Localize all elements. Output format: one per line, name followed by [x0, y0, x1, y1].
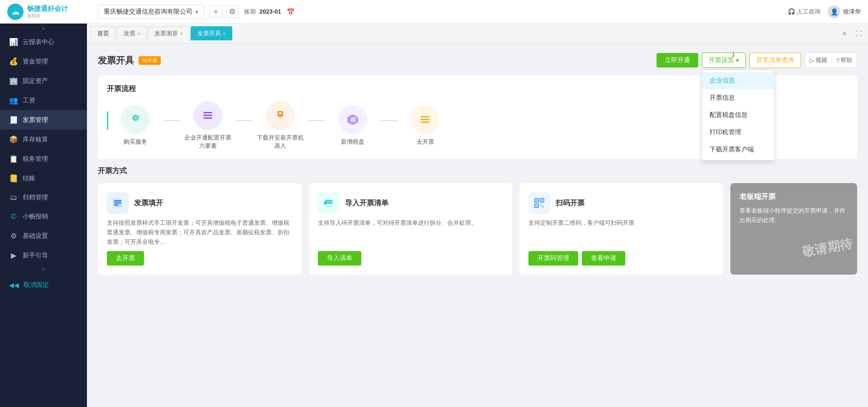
dropdown-item-dayin[interactable]: 打印机管理: [702, 124, 774, 141]
tab-fapiao-kaiju[interactable]: 发票开具 ×: [191, 26, 232, 40]
flow-item-buy-label: 购买服务: [124, 138, 147, 146]
flow-icon-go: [411, 105, 440, 134]
tab-fapiao-close[interactable]: ×: [137, 31, 140, 36]
page-header: 发票开具 待开通 立即开通 开票设置 ▾: [98, 53, 857, 68]
sidebar-item-fapiao[interactable]: 🧾 发票管理: [0, 110, 87, 130]
boss-card-title: 老板端开票: [739, 192, 848, 202]
company-selector[interactable]: 重庆畅捷交通信息咨询有限公司 ▾: [98, 5, 204, 19]
page-title: 发票开具: [98, 54, 134, 67]
method-card-scan: 扫码开票 支持定制开票二维码，客户端可扫码开票 开票码管理 查看申请: [519, 183, 723, 275]
svg-text:+: +: [134, 115, 137, 120]
sidebar-item-yunbao[interactable]: 📊 云报表中心: [0, 32, 87, 52]
flow-item-config: 企业开通配置开票六要素: [181, 101, 235, 150]
xiaochang-icon: ©: [9, 213, 18, 221]
status-badge: 待开通: [139, 56, 161, 65]
method-section: 开票方式 发票填开 支持按照发票样式手工填开发票；可开具增值税电子普通发票、增值…: [98, 166, 857, 275]
qiye-info-label: 企业信息: [710, 77, 735, 84]
dropdown-item-xiazai[interactable]: 下载开票客户端: [702, 141, 774, 158]
svg-rect-15: [421, 121, 430, 123]
import-invoice-icon: [318, 192, 340, 214]
scroll-down-arrow[interactable]: ▼: [0, 265, 87, 274]
sidebar-item-label: 税务管理: [23, 155, 48, 163]
sidebar-item-gongzi[interactable]: 👥 工资: [0, 91, 87, 110]
tab-fapiao[interactable]: 发票 ×: [117, 26, 147, 40]
sidebar-item-label: 云报表中心: [23, 38, 54, 46]
boss-status-text: 敬请期待: [801, 235, 854, 261]
sidebar-item-label: 结账: [23, 174, 35, 183]
sidebar-item-cancel[interactable]: ◀◀ 取消固定: [0, 276, 87, 295]
tab-fapiao-kaiju-close[interactable]: ×: [223, 31, 225, 36]
logo-icon: ☁: [7, 4, 24, 20]
top-bar-right: 🎧 人工咨询 👤 徐泽华: [788, 5, 861, 18]
sidebar-item-xiaochang[interactable]: © 小畅报销: [0, 207, 87, 226]
activate-button[interactable]: 立即开通: [657, 53, 698, 68]
app-subtitle: 旗舰版: [27, 13, 68, 19]
svg-rect-31: [542, 206, 544, 208]
tab-fapiao-cesuan-close[interactable]: ×: [180, 31, 182, 36]
user-info[interactable]: 👤 徐泽华: [828, 5, 861, 18]
xiazai-label: 下载开票客户端: [710, 145, 754, 153]
tab-close-button[interactable]: ✕: [839, 28, 850, 39]
sidebar-item-label: 库存核算: [23, 136, 48, 144]
top-bar: ☁ 畅捷通好会计 旗舰版 重庆畅捷交通信息咨询有限公司 ▾ + ⚙ 账期 202…: [0, 0, 868, 24]
tab-fapiao-cesuan-label: 发票测算: [154, 29, 178, 38]
page-content: 发票开具 待开通 立即开通 开票设置 ▾: [87, 44, 868, 407]
video-button[interactable]: ▷ 视频: [810, 56, 827, 64]
shuiwu-icon: 📋: [9, 155, 18, 163]
method-card-fill-header: 发票填开: [107, 192, 293, 214]
page-actions: 立即开通 开票设置 ▾ 企业信息: [657, 53, 857, 68]
flow-connector-2: [235, 120, 253, 121]
svg-text:+: +: [355, 116, 357, 120]
tab-maximize-button[interactable]: ⛶: [854, 28, 864, 39]
settings-button[interactable]: 开票设置 ▾: [702, 53, 746, 68]
sidebar-item-guidang[interactable]: 🗂 归档管理: [0, 188, 87, 207]
fill-invoice-button[interactable]: 去开票: [107, 251, 144, 266]
flow-item-config-label: 企业开通配置开票六要素: [183, 134, 233, 150]
sidebar-item-kucun[interactable]: 📦 库存核算: [0, 130, 87, 149]
sidebar-item-zijin[interactable]: 💰 资金管理: [0, 52, 87, 71]
top-bar-middle: + ⚙ 账期 2023-01 📅: [210, 5, 294, 18]
headset-icon: 🎧: [788, 8, 795, 15]
sidebar-item-xinshouyindao[interactable]: ▶ 新手引导: [0, 246, 87, 265]
import-invoice-title: 导入开票清单: [345, 199, 388, 208]
sidebar-item-label: 发票管理: [23, 116, 48, 124]
import-invoice-btn-area: 导入清单: [318, 251, 361, 266]
sidebar-item-label: 新手引导: [23, 252, 48, 260]
calendar-icon[interactable]: 📅: [287, 8, 294, 15]
svg-rect-7: [279, 112, 282, 114]
svg-rect-30: [540, 204, 542, 206]
add-button[interactable]: +: [210, 5, 222, 18]
flow-item-download: 下载并安装开票机器人: [253, 101, 307, 150]
dropdown-item-qiye[interactable]: 企业信息: [702, 72, 774, 89]
settings-button[interactable]: ⚙: [226, 5, 239, 18]
company-dropdown-arrow: ▾: [195, 8, 198, 15]
tab-home[interactable]: 首页: [91, 26, 116, 40]
exception-button[interactable]: 异常清单查询: [749, 53, 801, 68]
dropdown-item-kaipiao[interactable]: 开票信息: [702, 89, 774, 107]
scan-invoice-code-button[interactable]: 开票码管理: [528, 251, 578, 266]
consult-button[interactable]: 🎧 人工咨询: [788, 8, 820, 16]
svg-point-9: [281, 116, 283, 117]
gongzi-icon: 👥: [9, 96, 18, 105]
flow-item-go: 去开票: [398, 105, 452, 146]
sidebar-item-gudingzichan[interactable]: 🏢 固定资产: [0, 71, 87, 91]
import-invoice-button[interactable]: 导入清单: [318, 251, 361, 266]
sidebar-item-jichushezhi[interactable]: ⚙ 基础设置: [0, 226, 87, 246]
svg-point-1: [137, 116, 139, 118]
app-title: 畅捷通好会计: [27, 5, 68, 13]
period-value: 2023-01: [259, 8, 281, 15]
help-button[interactable]: ? 帮助: [836, 56, 852, 64]
svg-rect-22: [325, 203, 332, 204]
scan-invoice-apply-button[interactable]: 查看申请: [582, 251, 625, 266]
yunbao-icon: 📊: [9, 38, 18, 46]
flow-item-buy: + 购买服务: [108, 105, 163, 146]
flow-connector-4: [380, 120, 398, 121]
flow-item-tax: 税+ 新增税盘: [326, 105, 380, 146]
sidebar-item-shuiwu[interactable]: 📋 税务管理: [0, 149, 87, 169]
scroll-up-arrow[interactable]: ▲: [0, 24, 87, 32]
period-label: 账期: [244, 8, 256, 16]
tab-fapiao-cesuan[interactable]: 发票测算 ×: [148, 26, 189, 40]
dropdown-item-peizhi[interactable]: 配置税盘信息: [702, 107, 774, 124]
sidebar-item-jiezhang[interactable]: 📒 结账: [0, 169, 87, 188]
kaipiao-info-label: 开票信息: [710, 94, 735, 101]
